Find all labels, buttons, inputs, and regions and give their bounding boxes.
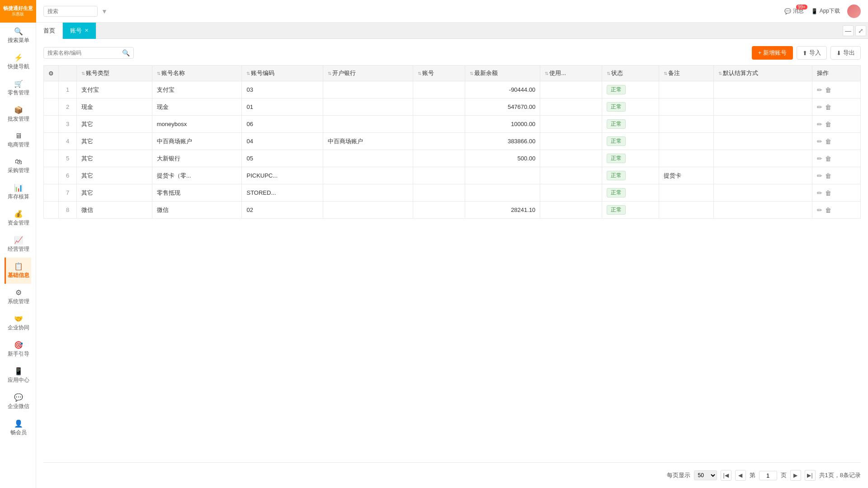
delete-btn[interactable]: 🗑 <box>825 206 831 214</box>
sidebar-item-app-center[interactable]: 📱应用中心 <box>5 362 31 389</box>
toolbar-right: + 新增账号 ⬆ 导入 ⬇ 导出 <box>752 46 861 60</box>
table-row: 2 现金 现金 01 547670.00 正常 ✏ 🗑 <box>44 99 861 116</box>
sidebar-item-wholesale-mgmt[interactable]: 📦批发管理 <box>5 101 31 127</box>
row-actions: ✏ 🗑 <box>812 99 861 116</box>
delete-btn[interactable]: 🗑 <box>825 189 831 197</box>
col-code-header[interactable]: ⇅账号编码 <box>242 66 323 81</box>
col-type-header[interactable]: ⇅账号类型 <box>77 66 152 81</box>
row-gear[interactable] <box>44 99 59 116</box>
sidebar-item-retail-mgmt[interactable]: 🛒零售管理 <box>5 75 31 101</box>
page-size-select[interactable]: 50 10 20 100 <box>694 470 717 480</box>
sidebar-item-member[interactable]: 👤畅会员 <box>5 415 31 441</box>
row-num: 3 <box>59 116 77 133</box>
add-account-btn[interactable]: + 新增账号 <box>752 46 793 60</box>
row-balance <box>465 184 540 202</box>
tab-minimize-btn[interactable]: — <box>843 25 854 36</box>
search-icon[interactable]: 🔍 <box>122 49 130 56</box>
row-gear[interactable] <box>44 167 59 184</box>
sidebar-item-enterprise-agreement[interactable]: 🤝企业协同 <box>5 310 31 336</box>
edit-btn[interactable]: ✏ <box>817 103 822 111</box>
delete-btn[interactable]: 🗑 <box>825 172 831 179</box>
row-gear[interactable] <box>44 150 59 167</box>
page-last-btn[interactable]: ▶| <box>805 470 816 481</box>
avatar[interactable] <box>847 5 861 18</box>
tab-home[interactable]: 首页 <box>36 23 63 39</box>
row-bank <box>323 116 413 133</box>
col-usage-header[interactable]: ⇅使用... <box>540 66 602 81</box>
delete-btn[interactable]: 🗑 <box>825 86 831 94</box>
col-default-settle-header[interactable]: ⇅默认结算方式 <box>713 66 812 81</box>
message-btn[interactable]: 💬 消息 99+ <box>784 7 804 15</box>
col-bank-header[interactable]: ⇅开户银行 <box>323 66 413 81</box>
edit-btn[interactable]: ✏ <box>817 121 822 128</box>
tab-maximize-btn[interactable]: ⤢ <box>855 25 866 36</box>
page-first-btn[interactable]: |◀ <box>721 470 731 481</box>
ops-mgmt-icon: 📈 <box>14 236 23 244</box>
sidebar-item-purchase-mgmt[interactable]: 🛍采购管理 <box>5 153 31 179</box>
edit-btn[interactable]: ✏ <box>817 138 822 145</box>
sidebar-item-ops-mgmt[interactable]: 📈经营管理 <box>5 231 31 258</box>
table-row: 1 支付宝 支付宝 03 -90444.00 正常 ✏ 🗑 <box>44 81 861 99</box>
row-gear[interactable] <box>44 133 59 150</box>
delete-btn[interactable]: 🗑 <box>825 155 831 162</box>
app-logo: 畅捷通好生意 乐惠版 <box>0 0 36 23</box>
row-remark <box>659 81 713 99</box>
header-search-input[interactable] <box>43 6 98 17</box>
edit-btn[interactable]: ✏ <box>817 155 822 162</box>
header-search-dropdown-icon[interactable]: ▼ <box>101 8 108 15</box>
row-account <box>413 133 465 150</box>
sidebar-item-label: 企业微信 <box>8 403 29 410</box>
delete-btn[interactable]: 🗑 <box>825 138 831 145</box>
tab-close-icon[interactable]: ✕ <box>85 28 89 33</box>
row-name: 支付宝 <box>152 81 242 99</box>
sidebar-item-new-guide[interactable]: 🎯新手引导 <box>5 336 31 362</box>
row-code: PICKUPC... <box>242 167 323 184</box>
tab-account[interactable]: 账号 ✕ <box>63 23 96 39</box>
sidebar-item-ecommerce-mgmt[interactable]: 🖥电商管理 <box>5 127 31 153</box>
app-download-btn[interactable]: 📱 App下载 <box>811 7 840 15</box>
col-balance-header[interactable]: ⇅最新余额 <box>465 66 540 81</box>
col-status-header[interactable]: ⇅状态 <box>602 66 659 81</box>
sidebar-item-basic-info[interactable]: 📋基础信息 <box>5 258 31 284</box>
edit-btn[interactable]: ✏ <box>817 206 822 214</box>
export-btn[interactable]: ⬇ 导出 <box>830 46 861 60</box>
row-usage <box>540 167 602 184</box>
page-label: 第 <box>750 471 755 479</box>
row-gear[interactable] <box>44 81 59 99</box>
tab-account-label: 账号 <box>70 27 82 35</box>
sys-mgmt-icon: ⚙ <box>15 288 22 297</box>
tab-bar: 首页 账号 ✕ — ⤢ <box>36 23 868 39</box>
table-row: 3 其它 moneybosx 06 10000.00 正常 ✏ 🗑 <box>44 116 861 133</box>
row-status: 正常 <box>602 116 659 133</box>
sidebar-item-finance-mgmt[interactable]: 💰资金管理 <box>5 205 31 231</box>
sidebar-item-enterprise-wechat[interactable]: 💬企业微信 <box>5 389 31 415</box>
edit-btn[interactable]: ✏ <box>817 189 822 197</box>
delete-btn[interactable]: 🗑 <box>825 121 831 128</box>
page-next-btn[interactable]: ▶ <box>790 470 801 481</box>
sidebar-item-label: 系统管理 <box>8 298 29 305</box>
sidebar-item-inventory[interactable]: 📊库存核算 <box>5 179 31 205</box>
edit-btn[interactable]: ✏ <box>817 172 822 179</box>
col-account-header[interactable]: ⇅账号 <box>413 66 465 81</box>
edit-btn[interactable]: ✏ <box>817 86 822 94</box>
row-bank <box>323 99 413 116</box>
sidebar-item-quick-nav[interactable]: ⚡快捷导航 <box>5 49 31 75</box>
sidebar-item-search-menu[interactable]: 🔍搜索菜单 <box>5 23 31 49</box>
col-gear-header[interactable]: ⚙ <box>44 66 59 81</box>
col-name-header[interactable]: ⇅账号名称 <box>152 66 242 81</box>
page-prev-btn[interactable]: ◀ <box>735 470 746 481</box>
row-gear[interactable] <box>44 116 59 133</box>
page-number-input[interactable] <box>759 471 777 480</box>
delete-btn[interactable]: 🗑 <box>825 103 831 111</box>
import-btn[interactable]: ⬆ 导入 <box>797 46 827 60</box>
col-remark-header[interactable]: ⇅备注 <box>659 66 713 81</box>
row-type: 支付宝 <box>77 81 152 99</box>
sidebar-item-label: 企业协同 <box>8 324 29 332</box>
row-gear[interactable] <box>44 184 59 202</box>
sidebar-item-label: 畅会员 <box>10 429 27 436</box>
toolbar: 🔍 + 新增账号 ⬆ 导入 ⬇ 导出 <box>43 46 861 60</box>
tab-controls: — ⤢ <box>843 25 866 36</box>
search-input[interactable] <box>47 50 120 56</box>
row-gear[interactable] <box>44 202 59 219</box>
sidebar-item-sys-mgmt[interactable]: ⚙系统管理 <box>5 284 31 310</box>
